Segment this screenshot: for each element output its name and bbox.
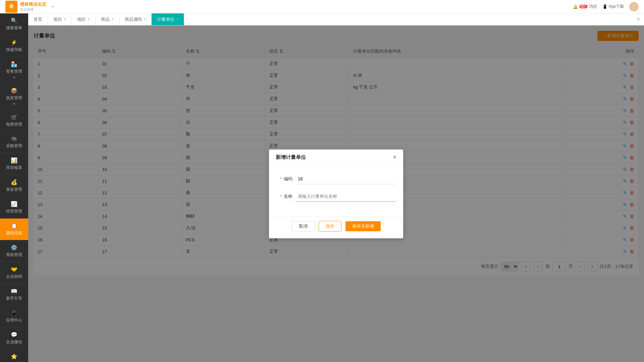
notification-btn[interactable]: 🔔 99+ 消息 bbox=[573, 4, 597, 9]
sidebar-item-enterprise[interactable]: 💬 企业微信 bbox=[0, 327, 28, 349]
tab-close-icon5[interactable]: × bbox=[176, 17, 178, 21]
save-button[interactable]: 保存 bbox=[319, 221, 341, 232]
modal-close-btn[interactable]: × bbox=[393, 154, 396, 160]
logo-area: 橙 橙林商业生态 后台管理 ▾ bbox=[5, 1, 54, 13]
sidebar-item-search[interactable]: 🔍 搜索菜单 bbox=[0, 13, 28, 35]
modal-header: 新增计量单位 × bbox=[269, 149, 403, 166]
logo-title: 橙林商业生态 bbox=[20, 1, 46, 7]
name-input[interactable] bbox=[295, 191, 396, 202]
code-input[interactable] bbox=[295, 174, 396, 184]
store-icon: 🏪 bbox=[11, 61, 17, 67]
modal-title: 新增计量单位 bbox=[276, 154, 306, 161]
purchase-icon: 🛍 bbox=[11, 136, 17, 142]
avatar[interactable] bbox=[629, 2, 639, 11]
main-layout: 🔍 搜索菜单 ⚡ 快捷导航 🏪 零售管理 ▾ 📦 批发管理 ▾ 🛒 电商管理 🛍… bbox=[0, 13, 644, 362]
cart-icon: 🛒 bbox=[11, 114, 17, 120]
form-row-name: * 名称 bbox=[276, 191, 396, 202]
sidebar-item-stock[interactable]: 📊 库存核算 bbox=[0, 153, 28, 175]
modal-overlay: 新增计量单位 × * 编码 * bbox=[28, 25, 644, 362]
bell-icon: 🔔 bbox=[573, 4, 578, 9]
tab-goods-attr[interactable]: 商品属性 × bbox=[119, 13, 152, 25]
sidebar-item-finance[interactable]: 💰 资金管理 bbox=[0, 175, 28, 197]
name-label: * 名称 bbox=[276, 193, 292, 199]
sidebar-item-partners[interactable]: 🤝 企业协同 bbox=[0, 262, 28, 284]
tab-home[interactable]: 首页 bbox=[28, 13, 48, 25]
ops-icon: 📈 bbox=[11, 201, 17, 207]
chat-icon: 💬 bbox=[11, 331, 17, 338]
code-label: * 编码 bbox=[276, 176, 292, 182]
mobile-icon: 📱 bbox=[602, 4, 607, 9]
sidebar-item-ecommerce[interactable]: 🛒 电商管理 bbox=[0, 110, 28, 132]
sidebar-item-system[interactable]: ⚙️ 系统管理 bbox=[0, 240, 28, 262]
sidebar: 🔍 搜索菜单 ⚡ 快捷导航 🏪 零售管理 ▾ 📦 批发管理 ▾ 🛒 电商管理 🛍… bbox=[0, 13, 28, 362]
dropdown-arrow-icon[interactable]: ▾ bbox=[52, 4, 54, 9]
tab-bar: 首页 项目 × 地区 × 商品 × 商品属性 × 计量单位 × × bbox=[28, 13, 644, 25]
star-icon: ⭐ bbox=[11, 353, 17, 360]
content-area: 首页 项目 × 地区 × 商品 × 商品属性 × 计量单位 × × bbox=[28, 13, 644, 362]
gear-icon: ⚙️ bbox=[11, 244, 17, 251]
page-content: 计量单位 ＋新增计量单位 序号 编码 ⇅ 名称 ⇅ 状态 ⇅ 计量单位匹配的名称… bbox=[28, 25, 644, 362]
notification-label: 消息 bbox=[589, 4, 597, 9]
app-download-btn[interactable]: 📱 App下载 bbox=[602, 4, 624, 9]
expand-icon2: ▾ bbox=[13, 102, 15, 106]
book-icon: 📖 bbox=[11, 288, 17, 294]
notification-badge: 99+ bbox=[579, 5, 588, 8]
header-right: 🔔 99+ 消息 📱 App下载 bbox=[573, 2, 639, 11]
list-icon: 📋 bbox=[11, 223, 17, 229]
tab-area[interactable]: 地区 × bbox=[72, 13, 96, 25]
save-and-new-button[interactable]: 保存并新增 bbox=[345, 221, 381, 231]
app-icon: 📱 bbox=[11, 310, 17, 316]
tab-project[interactable]: 项目 × bbox=[48, 13, 72, 25]
required-star-code: * bbox=[280, 176, 282, 181]
handshake-icon: 🤝 bbox=[11, 266, 17, 273]
chart-icon: 📊 bbox=[11, 157, 17, 164]
tab-close-icon3[interactable]: × bbox=[112, 17, 114, 21]
logo-icon: 橙 bbox=[5, 1, 17, 13]
package-icon: 📦 bbox=[11, 87, 17, 94]
sidebar-item-basic-info[interactable]: 📋 基础信息 bbox=[0, 219, 28, 240]
required-star-name: * bbox=[280, 194, 282, 199]
top-header: 橙 橙林商业生态 后台管理 ▾ 🔔 99+ 消息 📱 App下载 bbox=[0, 0, 644, 13]
form-row-code: * 编码 bbox=[276, 174, 396, 184]
tab-goods[interactable]: 商品 × bbox=[96, 13, 119, 25]
sidebar-item-retail[interactable]: 🏪 零售管理 ▾ bbox=[0, 57, 28, 83]
money-icon: 💰 bbox=[11, 179, 17, 185]
sidebar-item-newbie[interactable]: 📖 新手引导 bbox=[0, 284, 28, 306]
cancel-button[interactable]: 取消 bbox=[292, 221, 315, 232]
sidebar-item-membership[interactable]: ⭐ 嗨会员 bbox=[0, 349, 28, 362]
tab-close-icon[interactable]: × bbox=[64, 17, 66, 21]
sidebar-item-purchase[interactable]: 🛍 采购管理 bbox=[0, 132, 28, 153]
tab-close-all-btn[interactable]: × bbox=[633, 13, 644, 25]
tab-close-icon2[interactable]: × bbox=[88, 17, 90, 21]
tab-close-icon4[interactable]: × bbox=[144, 17, 146, 21]
expand-icon: ▾ bbox=[13, 76, 15, 79]
search-icon: 🔍 bbox=[11, 17, 17, 24]
sidebar-item-wholesale[interactable]: 📦 批发管理 ▾ bbox=[0, 83, 28, 110]
tab-unit[interactable]: 计量单位 × bbox=[152, 13, 184, 25]
sidebar-item-quick-nav[interactable]: ⚡ 快捷导航 bbox=[0, 35, 28, 57]
modal-body: * 编码 * 名称 bbox=[269, 166, 403, 217]
add-unit-modal: 新增计量单位 × * 编码 * bbox=[269, 149, 403, 238]
logo-subtitle: 后台管理 bbox=[20, 7, 46, 12]
lightning-icon: ⚡ bbox=[11, 39, 17, 46]
modal-footer: 取消 保存 保存并新增 bbox=[269, 217, 403, 238]
sidebar-item-operations[interactable]: 📈 经营管理 bbox=[0, 197, 28, 219]
sidebar-item-app-center[interactable]: 📱 应用中心 bbox=[0, 306, 28, 327]
